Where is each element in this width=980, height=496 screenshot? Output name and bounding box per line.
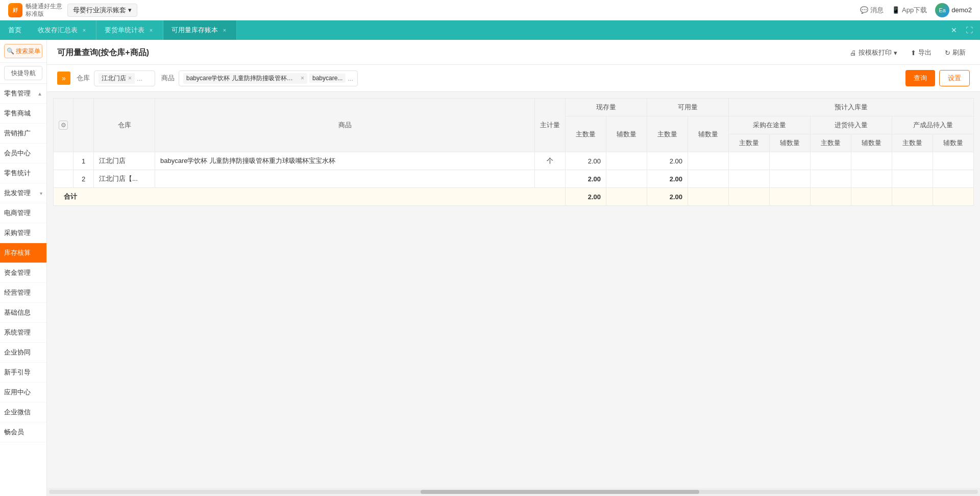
row-2-avail-aux: [688, 170, 729, 188]
sidebar-item-basics[interactable]: 基础信息: [0, 303, 46, 323]
row-2-purchase-in-main: [811, 170, 851, 188]
message-button[interactable]: 💬 消息: [860, 6, 884, 15]
chevron-down-icon: ▾: [128, 6, 132, 14]
avatar: Ea: [935, 3, 949, 17]
logo-area: 好 畅捷通好生意 标准版: [8, 3, 62, 17]
row-1-avail-aux: [688, 152, 729, 170]
sidebar-item-purchase[interactable]: 采购管理: [0, 223, 46, 243]
setting-button[interactable]: 设置: [939, 70, 970, 86]
row-1-production-main: [892, 152, 933, 170]
th-purchase-transit-aux: 辅数量: [770, 134, 811, 152]
sidebar-item-zero-retail[interactable]: 零售管理 ▲: [0, 84, 46, 104]
refresh-button[interactable]: ↻ 刷新: [941, 46, 970, 59]
row-1-product: babycare学饮杯 儿童防摔防撞吸管杯重力球吸嘴杯宝宝水杯: [155, 152, 535, 170]
app-download-button[interactable]: 📱 App下载: [892, 6, 927, 15]
sidebar-item-app-center[interactable]: 应用中心: [0, 383, 46, 403]
scroll-thumb[interactable]: [421, 490, 699, 494]
th-main-unit: 主计量: [535, 99, 566, 152]
product-filter: 商品 babycare学饮杯 儿童防摔防撞吸管杯重力球吸嘴杯宝宝水杯 × bab…: [161, 70, 358, 86]
th-warehouse: 仓库: [94, 99, 155, 152]
th-available: 可用量: [647, 99, 729, 116]
sidebar-item-corp-wechat[interactable]: 企业微信: [0, 403, 46, 422]
row-2-purchase-in-aux: [851, 170, 892, 188]
total-current-main: 2.00: [566, 188, 606, 206]
user-menu[interactable]: Ea demo2: [935, 3, 972, 17]
filter-bar: » 仓库 江北门店 × ... 商品 babycare学饮杯 儿童防摔防撞吸管杯…: [47, 65, 980, 92]
sidebar-item-marketing[interactable]: 营销推广: [0, 124, 46, 144]
table-area: ⚙ 仓库 商品 主计量 现存量 可用量 预计入库量 主数量 辅数量 主数量: [47, 92, 980, 488]
close-window-button[interactable]: ✕: [947, 23, 961, 37]
row-1-no: 1: [74, 152, 94, 170]
warehouse-input[interactable]: 江北门店 × ...: [94, 70, 155, 86]
sidebar-item-member[interactable]: 会员中心: [0, 144, 46, 163]
logo-icon: 好: [8, 3, 22, 17]
row-1-production-aux: [933, 152, 974, 170]
remove-warehouse-tag[interactable]: ×: [128, 75, 132, 82]
column-settings-icon[interactable]: ⚙: [59, 121, 68, 130]
content-area: 可用量查询(按仓库+商品) 🖨 按模板打印 ▾ ⬆ 导出 ↻ 刷新 »: [47, 40, 980, 496]
export-icon: ⬆: [911, 49, 916, 57]
th-purchase-transit-main: 主数量: [729, 134, 770, 152]
remove-product-tag-1[interactable]: ×: [301, 75, 304, 82]
row-2-settings: [54, 170, 74, 188]
row-1-warehouse: 江北门店: [94, 152, 155, 170]
th-planned-inbound: 预计入库量: [729, 99, 974, 116]
tab-home[interactable]: 首页: [0, 20, 30, 40]
filter-toggle-button[interactable]: »: [57, 72, 70, 85]
th-purchase-incoming-aux: 辅数量: [851, 134, 892, 152]
product-input[interactable]: babycare学饮杯 儿童防摔防撞吸管杯重力球吸嘴杯宝宝水杯 × babyca…: [179, 70, 358, 86]
th-product: 商品: [155, 99, 535, 152]
row-2-purchase-transit-aux: [770, 170, 811, 188]
export-button[interactable]: ⬆ 导出: [906, 46, 936, 59]
horizontal-scrollbar[interactable]: [47, 488, 980, 496]
sidebar-item-operations[interactable]: 经营管理: [0, 283, 46, 303]
sidebar-item-finance[interactable]: 资金管理: [0, 263, 46, 283]
total-purchase-transit-aux: [770, 188, 811, 206]
tab-1[interactable]: 收发存汇总表 ×: [30, 20, 96, 40]
sidebar-search-area: 🔍 搜索菜单: [0, 40, 46, 63]
product-more-button[interactable]: ...: [348, 75, 353, 82]
sidebar-item-wholesale[interactable]: 批发管理 ▾: [0, 183, 46, 203]
th-available-aux-qty: 辅数量: [688, 116, 729, 152]
row-1-avail-main: 2.00: [647, 152, 688, 170]
sidebar-item-zero-mall[interactable]: 零售商城: [0, 104, 46, 124]
template-print-button[interactable]: 🖨 按模板打印 ▾: [846, 46, 901, 59]
total-production-aux: [933, 188, 974, 206]
tab-3[interactable]: 可用量库存账本 ×: [163, 20, 237, 40]
table-row: 2 江北门店【... 2.00 2.00: [54, 170, 974, 188]
sidebar-item-enterprise[interactable]: 企业协同: [0, 343, 46, 363]
sidebar-item-inventory[interactable]: 库存核算: [0, 243, 46, 263]
logo-text: 畅捷通好生意 标准版: [26, 3, 62, 17]
sidebar: 🔍 搜索菜单 快捷导航 零售管理 ▲ 零售商城 营销推广 会员中心 零售统计 批…: [0, 40, 47, 496]
total-current-aux: [606, 188, 647, 206]
th-current-main-qty: 主数量: [566, 116, 606, 152]
th-no: [74, 99, 94, 152]
close-tab-1[interactable]: ×: [81, 27, 88, 34]
th-production-incoming-main: 主数量: [892, 134, 933, 152]
query-button[interactable]: 查询: [905, 70, 935, 86]
row-1-current-main: 2.00: [566, 152, 606, 170]
sidebar-item-system[interactable]: 系统管理: [0, 323, 46, 343]
top-bar-right: 💬 消息 📱 App下载 Ea demo2: [860, 3, 972, 17]
expand-button[interactable]: ⛶: [963, 23, 976, 37]
sidebar-item-ecommerce[interactable]: 电商管理: [0, 203, 46, 223]
total-row: 合计 2.00 2.00: [54, 188, 974, 206]
row-1-purchase-in-main: [811, 152, 851, 170]
close-tab-2[interactable]: ×: [148, 27, 155, 34]
close-tab-3[interactable]: ×: [221, 27, 228, 34]
tab-2[interactable]: 要货单统计表 ×: [96, 20, 163, 40]
row-1-purchase-in-aux: [851, 152, 892, 170]
sidebar-item-retail-stats[interactable]: 零售统计: [0, 163, 46, 183]
org-selector[interactable]: 母婴行业演示账套 ▾: [67, 4, 137, 17]
quick-nav-button[interactable]: 快捷导航: [4, 66, 42, 80]
refresh-icon: ↻: [945, 49, 950, 57]
top-bar: 好 畅捷通好生意 标准版 母婴行业演示账套 ▾ 💬 消息 📱 App下载 Ea …: [0, 0, 980, 20]
search-menu-button[interactable]: 🔍 搜索菜单: [4, 44, 42, 58]
sidebar-item-guide[interactable]: 新手引导: [0, 363, 46, 383]
row-1-current-aux: [606, 152, 647, 170]
page-actions: 🖨 按模板打印 ▾ ⬆ 导出 ↻ 刷新: [846, 46, 970, 59]
th-current-stock: 现存量: [566, 99, 647, 116]
warehouse-more-button[interactable]: ...: [137, 75, 142, 82]
sidebar-item-vip[interactable]: 畅会员: [0, 422, 46, 442]
scroll-track: [49, 490, 978, 494]
